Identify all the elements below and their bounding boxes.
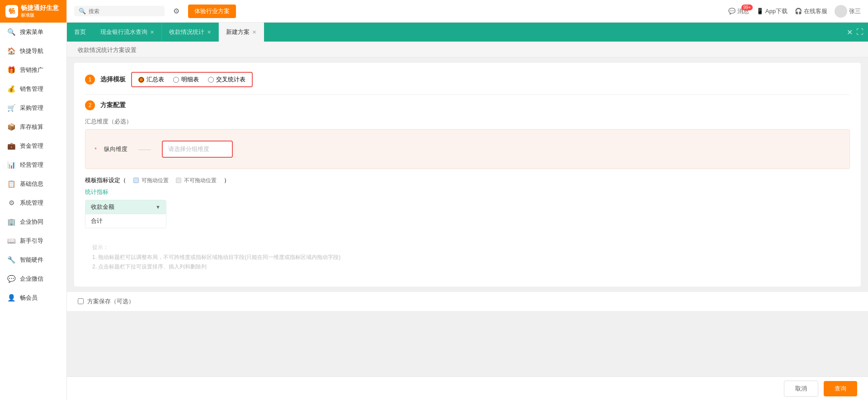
- sidebar-item-label: 快捷导航: [20, 47, 43, 55]
- box-icon: 📦: [7, 123, 15, 131]
- sidebar-item-label: 企业微信: [20, 275, 43, 283]
- metrics-header[interactable]: 收款金额 ▼: [85, 200, 166, 214]
- tabbar-end: ✕ ⛶: [842, 23, 868, 42]
- page-header: 收款情况统计方案设置: [67, 42, 868, 57]
- divider1: [85, 94, 850, 95]
- sidebar-item-quick-nav[interactable]: 🏠 快捷导航: [0, 42, 66, 61]
- chart-icon: 📊: [7, 161, 15, 169]
- sidebar-item-operations[interactable]: 📊 经营管理: [0, 155, 66, 174]
- window-close-icon[interactable]: ✕: [847, 28, 853, 37]
- dim-row-label: 纵向维度: [104, 145, 127, 153]
- section1-row: 1 选择模板 汇总表 明细表 交叉统计表: [85, 72, 850, 87]
- settings-icon[interactable]: ⚙: [170, 5, 183, 18]
- building-icon: 🏢: [7, 218, 15, 226]
- book-icon: 📖: [7, 237, 15, 245]
- sidebar-item-label: 资金管理: [20, 142, 43, 150]
- radio-detail-input[interactable]: [173, 77, 179, 83]
- radio-summary[interactable]: 汇总表: [138, 75, 164, 84]
- sidebar-item-purchase[interactable]: 🛒 采购管理: [0, 99, 66, 118]
- sidebar-item-marketing[interactable]: 🎁 营销推广: [0, 61, 66, 80]
- avatar: [835, 5, 847, 18]
- section2-row: 2 方案配置: [85, 100, 850, 110]
- service-icon: 🎧: [795, 8, 802, 14]
- gear-icon: ⚙: [7, 199, 15, 207]
- dim-label: 汇总维度（必选）: [85, 118, 850, 126]
- sidebar-item-wechat[interactable]: 💬 企业微信: [0, 269, 66, 288]
- tip-title: 提示：: [92, 243, 843, 253]
- sidebar-item-label: 畅会员: [20, 294, 38, 302]
- sidebar-item-capital[interactable]: 💼 资金管理: [0, 136, 66, 155]
- sidebar-item-label: 系统管理: [20, 199, 43, 207]
- metrics-header-label: 收款金额: [91, 203, 114, 211]
- search-menu-icon: 🔍: [7, 28, 15, 36]
- money-icon: 💰: [7, 85, 15, 93]
- sidebar-item-search-menu[interactable]: 🔍 搜索菜单: [0, 23, 66, 42]
- radio-cross-input[interactable]: [208, 77, 214, 83]
- briefcase-icon: 💼: [7, 142, 15, 150]
- tab-receipt-stats[interactable]: 收款情况统计 ✕: [162, 23, 219, 42]
- window-maximize-icon[interactable]: ⛶: [856, 28, 863, 36]
- trial-button[interactable]: 体验行业方案: [188, 5, 236, 18]
- sidebar-item-sales[interactable]: 💰 销售管理: [0, 80, 66, 99]
- app-download-label: App下载: [765, 7, 788, 15]
- legend-movable: 可拖动位置: [133, 177, 169, 184]
- radio-summary-input[interactable]: [138, 77, 144, 83]
- sidebar-item-label: 库存核算: [20, 123, 43, 131]
- cart-icon: 🛒: [7, 104, 15, 112]
- logo-text-block: 畅捷通好生意 标准版: [21, 4, 59, 19]
- sidebar-item-label: 销售管理: [20, 85, 43, 93]
- sidebar-item-label: 搜索菜单: [20, 28, 43, 36]
- customer-service-btn[interactable]: 🎧 在线客服: [795, 7, 827, 15]
- logo-name: 畅捷通好生意: [21, 4, 59, 12]
- sidebar-item-enterprise-coop[interactable]: 🏢 企业协同: [0, 212, 66, 231]
- app-icon: 📱: [756, 8, 764, 14]
- main-card: 1 选择模板 汇总表 明细表 交叉统计表: [74, 63, 861, 287]
- radio-summary-label: 汇总表: [146, 75, 164, 84]
- notifications-badge: 99+: [741, 5, 753, 10]
- tab-receipt-stats-close[interactable]: ✕: [207, 29, 211, 35]
- section1-num: 1: [85, 75, 95, 85]
- legend-fixed: 不可拖动位置: [176, 177, 217, 184]
- clipboard-icon: 📋: [7, 180, 15, 188]
- radio-detail-label: 明细表: [181, 75, 199, 84]
- footer-bar: 取消 查询: [67, 376, 868, 400]
- cancel-button[interactable]: 取消: [784, 381, 818, 397]
- tab-home[interactable]: 首页: [67, 23, 93, 42]
- metrics-row-total: 合计: [85, 214, 166, 228]
- sidebar-item-member[interactable]: 👤 畅会员: [0, 288, 66, 307]
- radio-cross[interactable]: 交叉统计表: [208, 75, 245, 84]
- radio-detail[interactable]: 明细表: [173, 75, 199, 84]
- sidebar-logo: 畅 畅捷通好生意 标准版: [0, 0, 66, 23]
- sidebar-item-label: 智能硬件: [20, 256, 43, 264]
- save-checkbox[interactable]: [78, 298, 84, 304]
- notifications-btn[interactable]: 💬 消息 99+: [728, 7, 749, 15]
- wrench-icon: 🔧: [7, 256, 15, 264]
- section1-title: 选择模板: [100, 75, 126, 84]
- metrics-table: 收款金额 ▼ 合计: [85, 200, 166, 228]
- sidebar-item-basic-info[interactable]: 📋 基础信息: [0, 174, 66, 193]
- main-area: 🔍 ⚙ 体验行业方案 💬 消息 99+ 📱 App下载 🎧 在线客服 张三: [67, 0, 868, 400]
- search-box[interactable]: 🔍: [74, 6, 165, 16]
- tip-area: 提示： 1. 拖动标题栏可以调整布局，不可跨维度或指标区域拖动目字段(只能在同一…: [85, 237, 850, 278]
- topbar-right: 💬 消息 99+ 📱 App下载 🎧 在线客服 张三: [728, 5, 861, 18]
- breadcrumb: 收款情况统计方案设置: [78, 47, 137, 53]
- arrow-icon: ——: [138, 146, 151, 153]
- sidebar-item-label: 企业协同: [20, 218, 43, 226]
- metrics-section: 模板指标设定（ 可拖动位置 不可拖动位置 ） 统计指标 收款金额: [85, 176, 850, 228]
- sidebar-item-system[interactable]: ⚙ 系统管理: [0, 193, 66, 212]
- search-input[interactable]: [89, 8, 160, 14]
- tab-new-plan[interactable]: 新建方案 ✕: [219, 23, 264, 42]
- tab-bank-flow-close[interactable]: ✕: [150, 29, 154, 35]
- query-button[interactable]: 查询: [824, 381, 857, 396]
- stats-title: 统计指标: [85, 188, 850, 196]
- sidebar-item-inventory[interactable]: 📦 库存核算: [0, 118, 66, 136]
- sidebar: 畅 畅捷通好生意 标准版 🔍 搜索菜单 🏠 快捷导航 🎁 营销推广 💰 销售管理…: [0, 0, 67, 400]
- dim-select-box[interactable]: 请选择分组维度: [162, 141, 233, 158]
- tab-bank-flow[interactable]: 现金银行流水查询 ✕: [93, 23, 162, 42]
- tab-bank-flow-label: 现金银行流水查询: [100, 28, 147, 36]
- sidebar-item-hardware[interactable]: 🔧 智能硬件: [0, 250, 66, 269]
- app-download-btn[interactable]: 📱 App下载: [756, 7, 788, 15]
- sidebar-item-newbie[interactable]: 📖 新手引导: [0, 231, 66, 250]
- tab-new-plan-close[interactable]: ✕: [252, 29, 256, 35]
- user-profile-btn[interactable]: 张三: [835, 5, 861, 18]
